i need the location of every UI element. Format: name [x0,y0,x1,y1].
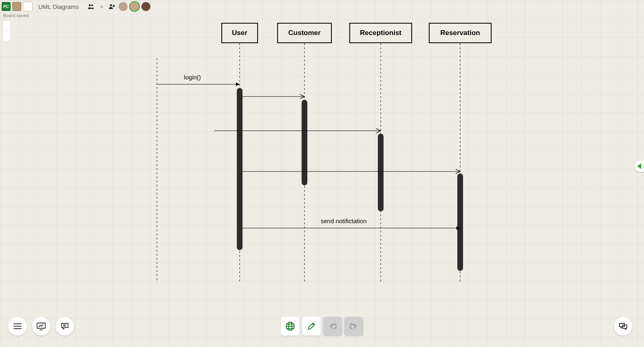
svg-point-2 [110,4,112,6]
svg-rect-18 [378,134,384,211]
svg-text:send notifictation: send notifictation [321,217,367,224]
workspace-badge[interactable]: PC [2,2,11,11]
collapse-icon[interactable]: « [97,2,106,11]
svg-text:login(): login() [184,74,201,81]
users-icon[interactable] [87,2,95,11]
svg-text:Customer: Customer [288,29,321,37]
svg-text:User: User [232,29,247,37]
collab-avatar-3[interactable] [141,2,150,11]
svg-rect-17 [302,100,307,185]
board-icon[interactable] [23,2,33,11]
list-view-button[interactable] [8,317,27,336]
svg-point-1 [91,4,93,6]
undo-button[interactable] [323,317,342,336]
pencil-button[interactable] [302,317,321,336]
svg-text:Reservation: Reservation [440,29,480,37]
svg-rect-11 [350,23,412,43]
svg-rect-19 [457,174,463,271]
svg-rect-5 [222,23,258,43]
present-button[interactable] [32,317,51,336]
globe-button[interactable] [281,317,300,336]
owner-avatar[interactable] [12,2,21,11]
collab-avatar-2[interactable] [130,2,139,11]
chat-button[interactable] [614,317,633,336]
comment-button[interactable] [55,317,74,336]
board-title[interactable]: UML Diagrams [38,3,79,10]
save-status: Board saved [3,13,29,18]
sequence-diagram[interactable]: UserCustomerReceptionistReservationlogin… [0,0,644,347]
svg-rect-14 [429,23,491,43]
expand-panel-button[interactable] [634,160,644,172]
add-user-icon[interactable] [108,2,116,11]
collab-avatar-1[interactable] [119,2,128,11]
svg-rect-16 [237,88,243,250]
svg-text:Receptionist: Receptionist [360,29,401,37]
chevron-left-icon [637,163,641,169]
svg-point-0 [89,4,91,7]
zoom-control[interactable] [2,20,11,42]
redo-button[interactable] [344,317,363,336]
svg-rect-8 [278,23,331,43]
